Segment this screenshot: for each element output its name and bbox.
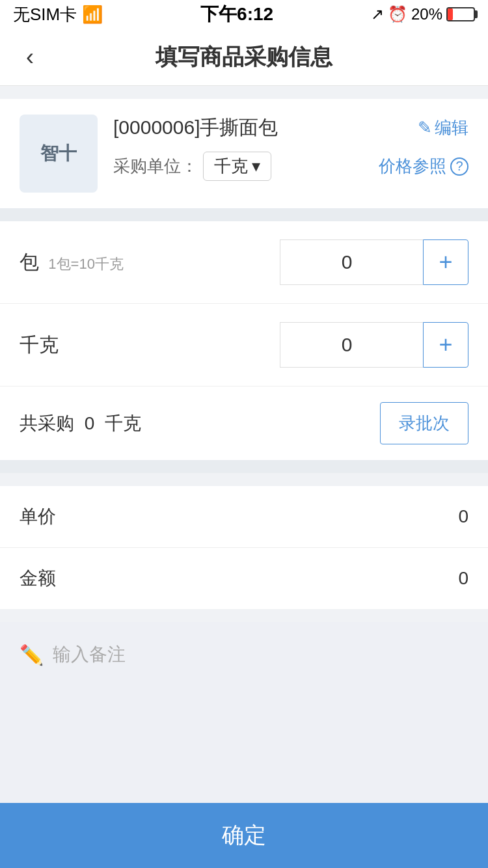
total-value: 0 xyxy=(85,413,95,433)
nav-bar: ‹ 填写商品采购信息 xyxy=(0,29,488,86)
edit-label: 编辑 xyxy=(435,116,468,139)
amount-label: 金额 xyxy=(20,566,56,591)
amount-value: 0 xyxy=(458,568,468,589)
carrier-text: 无SIM卡 xyxy=(13,3,77,26)
quantity-section: 包 1包=10千克 + 千克 + xyxy=(0,221,488,387)
price-section: 单价 0 金额 0 xyxy=(0,486,488,609)
quantity-plus-kg[interactable]: + xyxy=(423,322,468,368)
total-summary: 共采购 0 千克 xyxy=(20,411,141,436)
product-card: 智十 [0000006]手撕面包 ✎ 编辑 采购单位： 千克 ▾ 价格参照 ? xyxy=(0,99,488,208)
product-image: 智十 xyxy=(20,115,98,193)
battery-icon xyxy=(446,7,475,21)
page-title: 填写商品采购信息 xyxy=(156,42,332,72)
info-icon: ? xyxy=(450,157,468,176)
status-left: 无SIM卡 📶 xyxy=(13,3,103,26)
alarm-icon: ⏰ xyxy=(388,5,407,23)
price-ref-button[interactable]: 价格参照 ? xyxy=(379,155,468,178)
quantity-input-kg[interactable] xyxy=(280,322,423,368)
remark-placeholder: 输入备注 xyxy=(53,642,126,667)
status-time: 下午6:12 xyxy=(200,2,273,27)
unit-price-row: 单价 0 xyxy=(0,486,488,548)
edit-button[interactable]: ✎ 编辑 xyxy=(418,116,468,139)
quantity-row-bag: 包 1包=10千克 + xyxy=(0,221,488,304)
back-button[interactable]: ‹ xyxy=(20,37,40,77)
wifi-icon: 📶 xyxy=(82,5,103,25)
chevron-down-icon: ▾ xyxy=(252,156,260,176)
unit-area: 采购单位： 千克 ▾ xyxy=(113,152,271,181)
quantity-label-kg: 千克 xyxy=(20,332,111,359)
quantity-input-wrap-bag: + xyxy=(124,239,468,285)
total-row: 共采购 0 千克 录批次 xyxy=(0,387,488,460)
total-unit: 千克 xyxy=(105,413,141,433)
quantity-row-kg: 千克 + xyxy=(0,304,488,387)
quantity-sub-bag: 1包=10千克 xyxy=(48,256,124,272)
pencil-icon: ✏️ xyxy=(20,644,44,666)
price-ref-label: 价格参照 xyxy=(379,155,446,178)
remark-section[interactable]: ✏️ 输入备注 xyxy=(0,622,488,687)
total-label: 共采购 xyxy=(20,413,74,433)
product-name: [0000006]手撕面包 xyxy=(113,115,278,141)
battery-percent: 20% xyxy=(411,5,442,23)
unit-value: 千克 xyxy=(214,155,248,178)
amount-row: 金额 0 xyxy=(0,548,488,609)
quantity-input-bag[interactable] xyxy=(280,239,423,285)
unit-label: 采购单位： xyxy=(113,155,198,178)
quantity-plus-bag[interactable]: + xyxy=(423,239,468,285)
unit-price-label: 单价 xyxy=(20,504,56,529)
product-unit-row: 采购单位： 千克 ▾ 价格参照 ? xyxy=(113,152,468,181)
edit-icon: ✎ xyxy=(418,118,432,138)
location-icon: ↗ xyxy=(371,5,384,23)
confirm-button[interactable]: 确定 xyxy=(0,803,488,868)
product-header: [0000006]手撕面包 ✎ 编辑 xyxy=(113,115,468,141)
unit-select[interactable]: 千克 ▾ xyxy=(203,152,271,181)
product-logo: 智十 xyxy=(40,141,77,166)
quantity-input-wrap-kg: + xyxy=(111,322,468,368)
unit-price-value: 0 xyxy=(458,506,468,527)
divider-2 xyxy=(0,460,488,473)
product-info: [0000006]手撕面包 ✎ 编辑 采购单位： 千克 ▾ 价格参照 ? xyxy=(113,115,468,181)
divider-1 xyxy=(0,208,488,221)
record-batch-button[interactable]: 录批次 xyxy=(380,402,468,444)
quantity-label-bag: 包 1包=10千克 xyxy=(20,249,124,276)
status-bar: 无SIM卡 📶 下午6:12 ↗ ⏰ 20% xyxy=(0,0,488,29)
status-right: ↗ ⏰ 20% xyxy=(371,5,475,23)
